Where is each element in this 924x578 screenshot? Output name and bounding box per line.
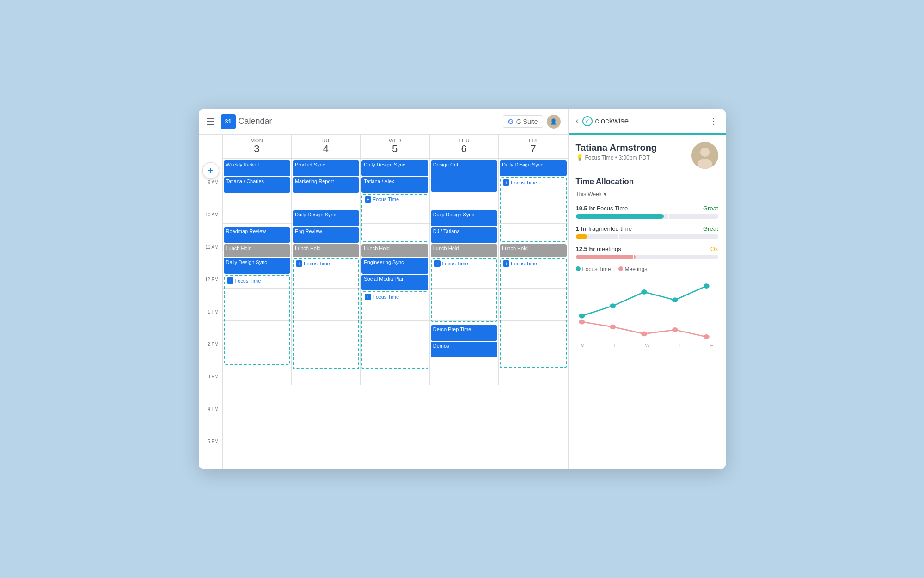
chart-svg xyxy=(576,276,718,341)
dropdown-arrow-icon: ▾ xyxy=(604,191,606,197)
time-5pm: 5 PM xyxy=(199,439,222,469)
calendar-panel: ☰ 31 Calendar G G Suite 👤 xyxy=(199,109,569,469)
chart-label-m: M xyxy=(581,343,585,348)
svg-point-10 xyxy=(641,332,647,337)
event-social-media[interactable]: Social Media Plan xyxy=(361,275,428,290)
time-9am: 9 AM xyxy=(199,180,222,212)
event-focus-wed1[interactable]: + Focus Time xyxy=(361,194,428,242)
event-demo-prep[interactable]: Demo Prep Time xyxy=(431,325,497,341)
col-fri: Daily Design Sync + Focus Time Lunch Hol… xyxy=(499,159,568,385)
progress-bar-focus xyxy=(576,214,718,219)
progress-bar-meetings xyxy=(576,255,718,259)
clockwise-panel: ‹ ✓ clockwise ⋮ Tatiana Armstrong 💡 Focu… xyxy=(569,109,726,469)
event-lunch-wed[interactable]: Lunch Hold xyxy=(361,244,428,257)
event-engineering-sync[interactable]: Engineering Sync xyxy=(361,258,428,274)
time-4pm: 4 PM xyxy=(199,406,222,439)
event-demos[interactable]: Demos xyxy=(431,342,497,357)
progress-fill-focus xyxy=(576,214,664,219)
user-status: 💡 Focus Time • 3:00pm PDT xyxy=(576,154,686,161)
day-num-wed: 5 xyxy=(392,143,398,154)
alloc-meetings: 12.5 hr meetings Ok xyxy=(576,246,718,259)
user-info-section: Tatiana Armstrong 💡 Focus Time • 3:00pm … xyxy=(576,142,718,169)
event-focus-fri2[interactable]: + Focus Time xyxy=(500,258,567,368)
event-marketing-report[interactable]: Marketing Report xyxy=(293,177,359,193)
bulb-icon: 💡 xyxy=(576,154,583,161)
alloc-fragmented-status: Great xyxy=(703,225,718,232)
day-mon: MON 3 xyxy=(223,135,292,158)
event-focus-thu[interactable]: + Focus Time xyxy=(431,258,497,322)
calendar-logo-box: 31 xyxy=(221,114,236,129)
event-focus-fri1[interactable]: + Focus Time xyxy=(500,177,567,242)
focus-plus-icon: + xyxy=(503,260,509,267)
progress-tick-focus xyxy=(668,214,669,219)
event-daily-design-tue[interactable]: Daily Design Sync xyxy=(293,210,359,226)
event-daily-design-wed[interactable]: Daily Design Sync xyxy=(361,160,428,176)
week-selector[interactable]: This Week ▾ xyxy=(576,191,718,197)
event-focus-tue[interactable]: + Focus Time xyxy=(293,258,359,369)
alloc-meetings-label: 12.5 hr meetings xyxy=(576,246,621,252)
event-daily-design-thu[interactable]: Daily Design Sync xyxy=(431,210,497,226)
event-product-sync[interactable]: Product Sync xyxy=(293,160,359,176)
event-lunch-fri[interactable]: Lunch Hold xyxy=(500,244,567,257)
event-focus-wed2[interactable]: + Focus Time xyxy=(361,291,428,369)
focus-plus-icon: + xyxy=(365,196,371,203)
hamburger-icon[interactable]: ☰ xyxy=(206,116,214,127)
day-num-tue: 4 xyxy=(323,143,329,154)
section-title-time-allocation: Time Allocation xyxy=(576,177,718,186)
legend-dot-salmon xyxy=(618,266,623,271)
header-avatar: 👤 xyxy=(547,115,561,129)
event-weekly-kickoff[interactable]: Weekly Kickoff xyxy=(224,160,290,176)
legend-meetings: Meetings xyxy=(618,266,648,272)
time-allocation-section: Time Allocation This Week ▾ 19.5 hr Focu… xyxy=(576,177,718,348)
days-grid: MON 3 TUE 4 WED 5 THU 6 xyxy=(223,135,568,469)
gsuite-g: G xyxy=(508,117,514,125)
chart-legend: Focus Time Meetings xyxy=(576,266,718,272)
col-thu: Design Crit Daily Design Sync DJ / Tatia… xyxy=(430,159,499,385)
col-wed: Daily Design Sync Tatiana / Alex + Focus… xyxy=(361,159,429,385)
focus-plus-icon: + xyxy=(434,260,441,267)
time-10am: 10 AM xyxy=(199,212,222,245)
app-container: ☰ 31 Calendar G G Suite 👤 xyxy=(199,109,726,469)
col-tue: Product Sync Marketing Report Daily Desi… xyxy=(292,159,361,385)
event-daily-design-fri[interactable]: Daily Design Sync xyxy=(500,160,567,176)
progress-tick-meetings xyxy=(633,255,634,259)
focus-plus-icon: + xyxy=(365,294,371,300)
week-selector-label: This Week xyxy=(576,191,602,197)
clockwise-check-icon: ✓ xyxy=(582,116,593,126)
chart-label-w: W xyxy=(645,343,650,348)
line-chart xyxy=(576,276,718,341)
event-dj-tatiana[interactable]: DJ / Tatiana xyxy=(431,227,497,243)
progress-tick-fragmented xyxy=(618,234,619,239)
calendar-header-right: G G Suite 👤 xyxy=(503,115,560,129)
add-event-button[interactable]: + xyxy=(202,162,219,179)
progress-fill-fragmented xyxy=(576,234,587,239)
gsuite-badge[interactable]: G G Suite xyxy=(503,115,543,128)
day-tue: TUE 4 xyxy=(292,135,361,158)
event-lunch-thu[interactable]: Lunch Hold xyxy=(431,244,497,257)
event-tatiana-charles[interactable]: Tatiana / Charles xyxy=(224,177,290,193)
clockwise-logo: ✓ clockwise xyxy=(582,116,629,126)
back-button[interactable]: ‹ xyxy=(576,116,579,126)
time-gutter: + 9 AM 10 AM 11 AM 12 PM 1 PM 2 PM 3 PM … xyxy=(199,135,223,469)
day-num-fri: 7 xyxy=(530,143,536,154)
svg-point-3 xyxy=(579,314,585,319)
calendar-header: ☰ 31 Calendar G G Suite 👤 xyxy=(199,109,568,135)
event-focus-mon[interactable]: + Focus Time xyxy=(224,275,290,365)
calendar-body: + 9 AM 10 AM 11 AM 12 PM 1 PM 2 PM 3 PM … xyxy=(199,135,568,469)
legend-focus-time: Focus Time xyxy=(576,266,611,272)
alloc-meetings-status: Ok xyxy=(710,246,718,252)
event-lunch-tue[interactable]: Lunch Hold xyxy=(293,244,359,257)
svg-point-4 xyxy=(610,303,616,308)
calendar-logo: 31 Calendar xyxy=(221,114,272,129)
event-tatiana-alex[interactable]: Tatiana / Alex xyxy=(361,177,428,193)
menu-dots-icon[interactable]: ⋮ xyxy=(709,116,718,127)
day-fri: FRI 7 xyxy=(499,135,568,158)
focus-plus-icon: + xyxy=(296,260,302,267)
event-daily-design-mon[interactable]: Daily Design Sync xyxy=(224,258,290,274)
event-roadmap-review[interactable]: Roadmap Review xyxy=(224,227,290,243)
clockwise-logo-text: clockwise xyxy=(595,117,629,126)
event-eng-review[interactable]: Eng Review xyxy=(293,227,359,243)
event-design-crit[interactable]: Design Crit xyxy=(431,160,497,192)
svg-point-5 xyxy=(641,289,647,295)
event-lunch-mon[interactable]: Lunch Hold xyxy=(224,244,290,257)
